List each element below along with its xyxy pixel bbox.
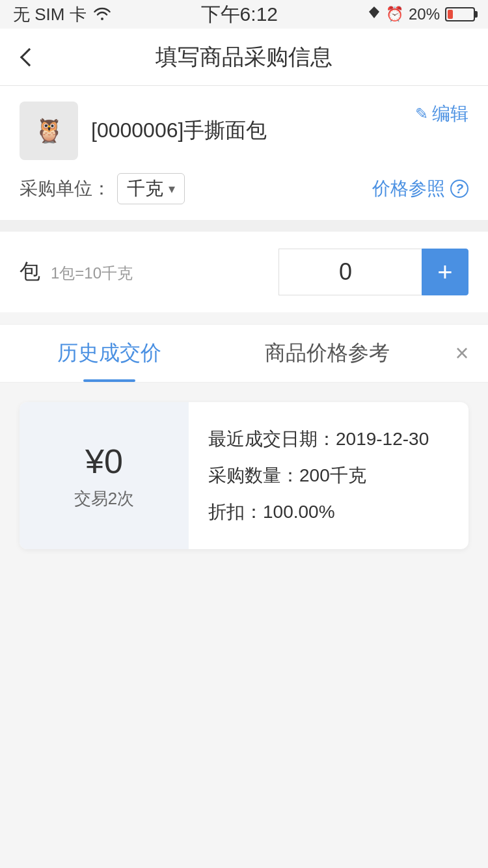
quantity-label: 包 1包=10千克 xyxy=(20,258,133,286)
status-bar: 无 SIM 卡 下午6:12 ⏰ 20% xyxy=(0,0,488,29)
back-button[interactable] xyxy=(0,29,52,86)
alarm-icon: ⏰ xyxy=(386,6,403,23)
section-divider xyxy=(0,220,488,232)
info-icon: ? xyxy=(450,180,468,198)
quantity-input[interactable] xyxy=(278,249,422,295)
tab-price-ref-label: 商品价格参考 xyxy=(265,339,390,368)
battery-percent: 20% xyxy=(409,5,440,23)
product-name: [0000006]手撕面包 xyxy=(91,116,267,145)
unit-selector-group: 采购单位： 千克 ▾ xyxy=(20,173,185,204)
tabs-section: 历史成交价 商品价格参考 × ¥0 交易2次 最近成交日期：2019-12-30… xyxy=(0,324,488,708)
price-ref-label: 价格参照 xyxy=(372,176,445,201)
quantity-section: 包 1包=10千克 + xyxy=(0,232,488,312)
discount-row: 折扣：100.00% xyxy=(208,498,449,526)
tab-history-price[interactable]: 历史成交价 xyxy=(0,325,218,382)
chevron-down-icon: ▾ xyxy=(169,181,175,197)
edit-button[interactable]: ✎ 编辑 xyxy=(415,102,468,126)
product-unit-row: 采购单位： 千克 ▾ 价格参照 ? xyxy=(20,173,468,204)
tab-price-ref[interactable]: 商品价格参考 xyxy=(218,325,436,382)
quantity-unit: 包 xyxy=(20,258,40,286)
product-section: 🦉 [0000006]手撕面包 ✎ 编辑 采购单位： 千克 ▾ 价格参照 ? xyxy=(0,86,488,220)
unit-value: 千克 xyxy=(127,176,163,201)
purchase-qty-value: 200千克 xyxy=(299,465,366,485)
price-card-right: 最近成交日期：2019-12-30 采购数量：200千克 折扣：100.00% xyxy=(189,402,468,549)
price-amount: ¥0 xyxy=(85,442,123,481)
back-arrow-icon xyxy=(20,47,38,66)
recent-date-label: 最近成交日期： xyxy=(208,429,336,449)
tab-close-button[interactable]: × xyxy=(436,325,488,382)
status-left: 无 SIM 卡 xyxy=(13,3,111,26)
tabs-header: 历史成交价 商品价格参考 × xyxy=(0,325,488,383)
unit-label: 采购单位： xyxy=(20,176,111,201)
quantity-control: + xyxy=(278,249,468,295)
tab-active-underline xyxy=(83,379,135,382)
purchase-qty-row: 采购数量：200千克 xyxy=(208,462,449,489)
edit-label: 编辑 xyxy=(432,102,468,126)
recent-date-value: 2019-12-30 xyxy=(336,429,429,449)
status-right: ⏰ 20% xyxy=(368,5,475,23)
page-title: 填写商品采购信息 xyxy=(156,42,332,72)
status-time: 下午6:12 xyxy=(201,1,278,28)
nav-bar: 填写商品采购信息 xyxy=(0,29,488,86)
product-thumbnail-icon: 🦉 xyxy=(34,117,64,144)
product-image: 🦉 xyxy=(20,102,78,160)
wifi-icon xyxy=(93,5,111,25)
quantity-plus-button[interactable]: + xyxy=(422,249,468,295)
recent-date-row: 最近成交日期：2019-12-30 xyxy=(208,426,449,453)
discount-label: 折扣： xyxy=(208,502,263,522)
carrier-label: 无 SIM 卡 xyxy=(13,3,87,26)
tab-history-label: 历史成交价 xyxy=(57,339,161,368)
content-area: ¥0 交易2次 最近成交日期：2019-12-30 采购数量：200千克 折扣：… xyxy=(0,383,488,708)
edit-icon: ✎ xyxy=(415,105,428,123)
price-card-left: ¥0 交易2次 xyxy=(20,402,189,549)
close-icon: × xyxy=(455,340,468,367)
product-left: 🦉 [0000006]手撕面包 xyxy=(20,102,267,160)
history-price-card: ¥0 交易2次 最近成交日期：2019-12-30 采购数量：200千克 折扣：… xyxy=(20,402,468,549)
discount-value: 100.00% xyxy=(263,502,335,522)
price-ref-button[interactable]: 价格参照 ? xyxy=(372,176,468,201)
purchase-qty-label: 采购数量： xyxy=(208,465,299,485)
price-count: 交易2次 xyxy=(74,487,134,510)
quantity-conversion: 1包=10千克 xyxy=(51,263,133,284)
product-header: 🦉 [0000006]手撕面包 ✎ 编辑 xyxy=(20,102,468,160)
bottom-area xyxy=(0,708,488,868)
unit-select-button[interactable]: 千克 ▾ xyxy=(117,173,185,204)
battery-fill xyxy=(448,10,453,19)
battery-icon xyxy=(445,7,475,21)
location-icon xyxy=(368,5,381,23)
